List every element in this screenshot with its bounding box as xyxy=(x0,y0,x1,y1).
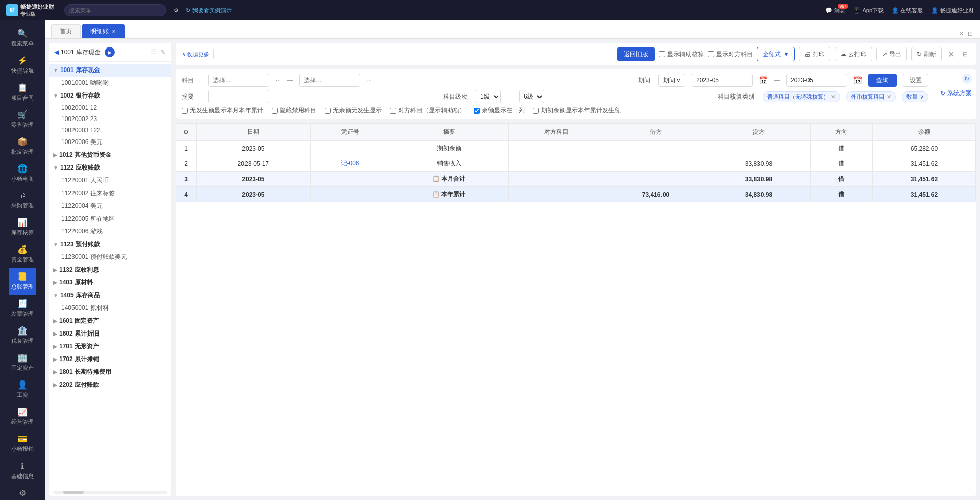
sidebar-item-基础信息[interactable]: ℹ基础信息 xyxy=(9,457,36,484)
tree-item-11220001[interactable]: 11220001 人民币 xyxy=(49,174,172,187)
back-arrow-icon[interactable]: ◀ xyxy=(54,49,59,56)
sidebar-item-批发管理[interactable]: 📦批发管理 xyxy=(9,133,36,160)
tag-close-icon[interactable]: ✕ xyxy=(831,93,836,100)
sidebar-item-税务管理[interactable]: 🏦税务管理 xyxy=(9,322,36,349)
cb-hide-disabled[interactable]: 隐藏禁用科目 xyxy=(272,106,316,115)
tree-item-1002[interactable]: ▼1002 银行存款 xyxy=(49,89,172,102)
tree-item-10020002[interactable]: 10020002 23 xyxy=(49,113,172,125)
user-info[interactable]: 👤 畅捷通好业财 xyxy=(931,7,974,14)
tree-item-1001[interactable]: ▼1001 库存现金 xyxy=(49,64,172,77)
tree-item-10020006[interactable]: 10020006 美元 xyxy=(49,136,172,149)
keji-filter-input[interactable] xyxy=(208,74,270,87)
tree-item-10010001[interactable]: 10010001 哟哟哟 xyxy=(49,77,172,89)
tree-item-1122[interactable]: ▼1122 应收账款 xyxy=(49,161,172,174)
sidebar-item-快捷导航[interactable]: ⚡快捷导航 xyxy=(9,52,36,79)
tag-quantity[interactable]: 数量 ∨ xyxy=(902,91,928,102)
tree-item-1403[interactable]: ▶1403 原材料 xyxy=(49,276,172,289)
cb-contra[interactable]: 对方科目（显示辅助项） xyxy=(390,106,465,115)
tab-close-icon[interactable]: ✕ xyxy=(112,29,116,34)
sidebar-item-资金管理[interactable]: 💰资金管理 xyxy=(9,241,36,268)
refresh-btn[interactable]: ↻ 刷新 xyxy=(911,47,942,61)
keji-level-start-select[interactable]: 1级2级3级 xyxy=(476,90,501,103)
col-settings[interactable]: ⚙ xyxy=(176,124,197,141)
tree-edit-btn[interactable]: ✎ xyxy=(159,47,166,57)
sidebar-item-搜索菜单[interactable]: 🔍搜索菜单 xyxy=(9,25,36,52)
cb-opening-balance[interactable]: 期初余额显示本年累计发生额 xyxy=(533,106,621,115)
sidebar-item-零售管理[interactable]: 🛒零售管理 xyxy=(9,106,36,133)
cb-no-balance[interactable]: 无余额无发生显示 xyxy=(325,106,382,115)
table-scroll[interactable]: ⚙ 日期 凭证号 摘要 对方科目 借方 贷方 方向 余额 xyxy=(176,123,976,496)
voucher-link[interactable]: 记-006 xyxy=(341,160,359,167)
summary-filter-input[interactable] xyxy=(208,90,270,103)
tree-item-11220005[interactable]: 11220005 所在地区 xyxy=(49,212,172,225)
online-service-btn[interactable]: 👤 在线客服 xyxy=(892,7,923,14)
tree-item-1012[interactable]: ▶1012 其他货币资金 xyxy=(49,149,172,161)
tag-normal-account[interactable]: 普通科目（无特殊核算） ✕ xyxy=(763,91,840,102)
tab-bar-expand-btn[interactable]: ⊡ xyxy=(967,29,974,38)
sidebar-item-经营管理[interactable]: 📈经营管理 xyxy=(9,403,36,430)
filter-settings-btn[interactable]: 设置 xyxy=(903,74,928,87)
expand-more-btn[interactable]: ∧ 收起更多 xyxy=(182,51,209,58)
settings-btn[interactable]: ⚙ xyxy=(170,6,182,15)
sidebar-item-采购管理[interactable]: 🛍采购管理 xyxy=(9,187,36,213)
sidebar-item-总账管理[interactable]: 📒总账管理 xyxy=(9,268,36,295)
period-end-input[interactable] xyxy=(786,74,847,87)
show-contra-checkbox[interactable]: 显示对方科目 xyxy=(708,50,753,59)
tree-item-10020001[interactable]: 10020001 12 xyxy=(49,102,172,113)
tree-item-11220004[interactable]: 11220004 美元 xyxy=(49,200,172,212)
refresh-circle-btn[interactable]: ↻ xyxy=(962,74,972,84)
period-type-dropdown[interactable]: 期间 ∨ xyxy=(658,74,685,87)
tab-detail[interactable]: 明细账 ✕ xyxy=(82,24,125,38)
export-btn[interactable]: ↗ 导出 xyxy=(876,47,907,61)
sidebar-item-小畅报销[interactable]: 💳小畅报销 xyxy=(9,430,36,457)
tree-item-2202[interactable]: ▶2202 应付账款 xyxy=(49,378,172,391)
tag-foreign-currency[interactable]: 外币核算科目 ✕ xyxy=(846,91,896,102)
tab-bar-close-btn[interactable]: ✕ xyxy=(958,29,965,38)
sidebar-item-库存核算[interactable]: 📊库存核算 xyxy=(9,213,36,241)
cb-balance-col[interactable]: 余额显示在一列 xyxy=(474,106,525,115)
cb-no-amount[interactable]: 无发生额显示本月本年累计 xyxy=(182,106,263,115)
demo-btn[interactable]: ↻ 我要看实例演示 xyxy=(186,7,232,14)
period-start-input[interactable] xyxy=(692,74,753,87)
horizontal-scrollbar[interactable] xyxy=(53,491,167,494)
tree-item-1123[interactable]: ▼1123 预付账款 xyxy=(49,238,172,251)
tree-item-10020003[interactable]: 10020003 122 xyxy=(49,125,172,136)
account-nav-arrow[interactable]: ▶ xyxy=(105,47,115,57)
tree-item-1601[interactable]: ▶1601 固定资产 xyxy=(49,315,172,327)
app-download-btn[interactable]: 📱 App下载 xyxy=(853,7,884,14)
panel-close-btn[interactable]: ✕ xyxy=(946,50,957,59)
format-dropdown[interactable]: 金额式 ▼ xyxy=(757,47,795,61)
sidebar-item-发票管理[interactable]: 🧾发票管理 xyxy=(9,295,36,322)
return-old-version-btn[interactable]: 返回旧版 xyxy=(617,47,655,61)
sidebar-item-工资[interactable]: 👤工资 xyxy=(9,376,36,403)
keji-level-end-select[interactable]: 6级1级2级 xyxy=(519,90,544,103)
tree-item-1801[interactable]: ▶1801 长期待摊费用 xyxy=(49,366,172,378)
tree-item-1602[interactable]: ▶1602 累计折旧 xyxy=(49,327,172,340)
tree-item-11220002[interactable]: 11220002 往来标签 xyxy=(49,187,172,200)
tab-home[interactable]: 首页 xyxy=(51,24,81,38)
tree-item-11230001[interactable]: 11230001 预付账款美元 xyxy=(49,251,172,264)
tree-item-14050001[interactable]: 14050001 原材料 xyxy=(49,302,172,315)
print-btn[interactable]: 🖨 打印 xyxy=(799,47,830,61)
show-aux-checkbox[interactable]: 显示辅助核算 xyxy=(659,50,704,59)
search-box[interactable] xyxy=(64,4,166,16)
calendar-start-icon[interactable]: 📅 xyxy=(759,76,768,84)
calendar-end-icon[interactable]: 📅 xyxy=(853,76,862,84)
keji-filter-input-end[interactable] xyxy=(299,74,360,87)
sidebar-item-小畅电商[interactable]: 🌐小畅电商 xyxy=(9,160,36,187)
scheme-btn[interactable]: ↻ 系统方案 xyxy=(940,87,972,100)
sidebar-item-系统管理[interactable]: ⚙系统管理 xyxy=(9,484,36,500)
sidebar-item-项目合同[interactable]: 📋项目合同 xyxy=(9,79,36,106)
messages-btn[interactable]: 💬 消息 99+ xyxy=(825,7,845,14)
tree-item-11220006[interactable]: 11220006 游戏 xyxy=(49,225,172,238)
tree-item-1405[interactable]: ▼1405 库存商品 xyxy=(49,289,172,302)
query-btn[interactable]: 查询 xyxy=(868,74,897,87)
panel-collapse-btn[interactable]: ⊟ xyxy=(961,51,970,58)
tree-item-1132[interactable]: ▶1132 应收利息 xyxy=(49,264,172,276)
tree-item-1702[interactable]: ▶1702 累计摊销 xyxy=(49,353,172,366)
search-input[interactable] xyxy=(64,4,166,16)
tag-close-icon-2[interactable]: ✕ xyxy=(887,93,891,100)
tree-view-toggle[interactable]: ☰ xyxy=(150,47,157,57)
tree-item-1701[interactable]: ▶1701 无形资产 xyxy=(49,340,172,353)
cloud-print-btn[interactable]: ☁ 云打印 xyxy=(835,47,872,61)
